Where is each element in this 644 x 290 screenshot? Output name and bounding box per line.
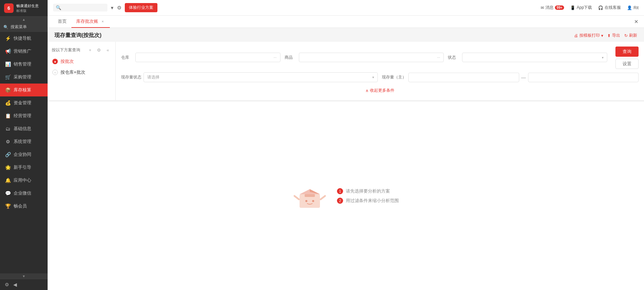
stock-main-min-input[interactable]	[408, 73, 519, 82]
tabs-bar: 首页 库存批次账 × ✕	[48, 16, 644, 28]
query-area: 按以下方案查询 + ⚙ « ● 按批次 ○ 按仓库+批次	[48, 42, 644, 101]
sales-icon: 📊	[5, 61, 11, 67]
empty-state: 1 请先选择要分析的方案 2 用过滤条件来缩小分析范围	[48, 102, 644, 290]
export-icon: ⬆	[607, 33, 611, 38]
global-close-icon[interactable]: ✕	[634, 19, 639, 25]
sidebar-item-operation[interactable]: 📋经营管理	[0, 109, 48, 122]
status-arrow-icon: ▾	[602, 56, 604, 59]
app-download-btn[interactable]: 📱 App下载	[570, 5, 592, 11]
tab-inventory-batch[interactable]: 库存批次账 ×	[71, 16, 110, 28]
sidebar-item-enterprise[interactable]: 🔗企业协同	[0, 148, 48, 161]
sidebar-item-label: 库存核算	[14, 87, 31, 93]
scheme-dot-batch: ●	[52, 59, 58, 64]
scheme-item-batch[interactable]: ● 按批次	[48, 56, 115, 67]
shortcut-icon: ⚡	[5, 35, 11, 41]
topbar-settings-icon[interactable]: ⚙	[117, 5, 121, 11]
export-btn[interactable]: ⬆ 导出	[607, 33, 620, 38]
user-avatar-btn[interactable]: 👤 Rit	[627, 5, 639, 10]
stock-main-max-input[interactable]	[528, 73, 639, 82]
sidebar-search-btn[interactable]: 🔍 搜索菜单	[0, 22, 48, 32]
filter-actions: 查询 设置	[615, 46, 639, 69]
sidebar-item-label: 采购管理	[14, 74, 31, 80]
sidebar-item-label: 基础信息	[14, 126, 31, 132]
guide-icon: 🌟	[5, 164, 11, 170]
sidebar-item-label: 资金管理	[14, 100, 31, 106]
filter-stock-main: 现存量（主） —	[382, 73, 639, 82]
status-select[interactable]: ▾	[462, 53, 607, 62]
sidebar-item-system[interactable]: ⚙系统管理	[0, 135, 48, 148]
scheme-panel: 按以下方案查询 + ⚙ « ● 按批次 ○ 按仓库+批次	[48, 42, 116, 100]
product-more-icon: ···	[437, 55, 440, 59]
scheme-panel-header: 按以下方案查询 + ⚙ «	[48, 45, 115, 56]
sidebar-item-label: 系统管理	[14, 139, 31, 145]
product-input[interactable]: ···	[299, 53, 444, 62]
sidebar-item-finance[interactable]: 💰资金管理	[0, 96, 48, 109]
scheme-add-icon[interactable]: +	[87, 47, 94, 53]
query-btn[interactable]: 查询	[615, 47, 639, 57]
topbar-left: 🔍 ▾ ⚙ 体验行业方案	[53, 3, 157, 12]
empty-hints: 1 请先选择要分析的方案 2 用过滤条件来缩小分析范围	[337, 188, 399, 204]
top-search-input[interactable]	[63, 5, 97, 10]
messages-btn[interactable]: ✉ 消息 99+	[541, 5, 564, 11]
settings-icon[interactable]: ⚙	[5, 282, 9, 287]
print-btn[interactable]: 🖨 按模板打印 ▾	[574, 33, 603, 38]
page-actions: 🖨 按模板打印 ▾ ⬆ 导出 ↻ 刷新	[574, 33, 637, 38]
search-icon: 🔍	[3, 25, 9, 30]
warehouse-input[interactable]: ···	[135, 53, 281, 62]
main-area: 🔍 ▾ ⚙ 体验行业方案 ✉ 消息 99+ 📱 App下载 🎧 在线客服 👤	[48, 0, 644, 290]
sidebar-item-guide[interactable]: 🌟新手引导	[0, 161, 48, 174]
sidebar-item-apps[interactable]: 🔔应用中心	[0, 174, 48, 187]
sidebar-item-label: 经营管理	[14, 113, 31, 119]
sidebar-item-label: 企业协同	[14, 151, 31, 158]
inventory-icon: 📦	[5, 87, 11, 93]
sidebar-item-shortcut[interactable]: ⚡快捷导航	[0, 32, 48, 45]
tab-close-icon[interactable]: ×	[100, 19, 105, 24]
sidebar-item-purchase[interactable]: 🛒采购管理	[0, 71, 48, 84]
top-search-bar[interactable]: 🔍	[53, 4, 107, 12]
sidebar: 6 畅康通好生意 标准版 ▲ 🔍 搜索菜单 ⚡快捷导航📢营销推广📊销售管理🛒采购…	[0, 0, 48, 290]
refresh-btn[interactable]: ↻ 刷新	[624, 33, 637, 38]
app-brand: 畅康通好生意 标准版	[16, 3, 39, 13]
app-logo: 6	[4, 3, 14, 13]
sidebar-item-marketing[interactable]: 📢营销推广	[0, 45, 48, 58]
refresh-icon: ↻	[624, 33, 628, 38]
trial-btn[interactable]: 体验行业方案	[125, 3, 157, 12]
svg-rect-3	[305, 194, 315, 197]
operation-icon: 📋	[5, 113, 11, 119]
sidebar-scroll-down[interactable]: ▼	[0, 273, 48, 279]
hint-item-1: 1 请先选择要分析的方案	[337, 188, 399, 194]
collapse-sidebar-icon[interactable]: ◀	[13, 282, 17, 287]
scheme-header-icons: + ⚙ «	[87, 47, 111, 53]
page-title: 现存量查询(按批次)	[54, 32, 102, 39]
sidebar-item-inventory[interactable]: 📦库存核算	[0, 84, 48, 96]
scheme-item-warehouse-batch[interactable]: ○ 按仓库+批次	[48, 67, 115, 78]
sidebar-scroll-up[interactable]: ▲	[0, 17, 48, 22]
stock-status-select[interactable]: 请选择 ▾	[143, 72, 378, 82]
sidebar-item-label: 畅会员	[14, 203, 27, 209]
filters-panel: 仓库 ··· 商品 ··· 状态	[116, 42, 644, 100]
page-header: 现存量查询(按批次) 🖨 按模板打印 ▾ ⬆ 导出 ↻ 刷新	[48, 28, 644, 42]
scheme-settings-icon[interactable]: ⚙	[96, 47, 102, 53]
filter-stock-status: 现存量状态 请选择 ▾	[121, 72, 378, 82]
sidebar-item-label: 销售管理	[14, 61, 31, 67]
system-icon: ⚙	[5, 139, 11, 145]
svg-line-6	[294, 196, 299, 199]
basic-icon: 🗂	[5, 126, 11, 132]
sidebar-item-label: 新手引导	[14, 164, 31, 170]
online-service-btn[interactable]: 🎧 在线客服	[598, 5, 621, 11]
sidebar-item-wechat[interactable]: 💬企业微信	[0, 187, 48, 200]
filter-settings-btn[interactable]: 设置	[615, 59, 639, 69]
sidebar-item-label: 营销推广	[14, 48, 31, 54]
sidebar-item-members[interactable]: 🏆畅会员	[0, 200, 48, 213]
scheme-collapse-icon[interactable]: «	[104, 47, 111, 53]
sidebar-item-label: 快捷导航	[14, 35, 31, 41]
sidebar-item-basic[interactable]: 🗂基础信息	[0, 122, 48, 135]
message-icon: ✉	[541, 5, 544, 10]
tab-home[interactable]: 首页	[53, 16, 71, 28]
sidebar-item-label: 应用中心	[14, 177, 31, 183]
topbar-gear-icon[interactable]: ▾	[111, 5, 114, 11]
sidebar-footer: ⚙ ◀	[0, 279, 48, 290]
collapse-more-btn[interactable]: ∧ 收起更多条件	[121, 86, 639, 96]
sidebar-item-sales[interactable]: 📊销售管理	[0, 58, 48, 71]
collapse-icon: ∧	[366, 88, 369, 93]
